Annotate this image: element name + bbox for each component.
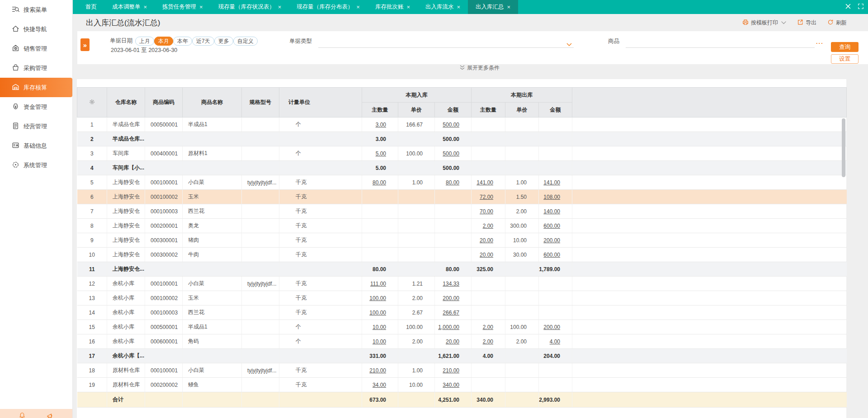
drill-down-link[interactable]: 100.00 <box>369 310 386 316</box>
search-button[interactable]: 查询 <box>831 42 859 52</box>
drill-down-link[interactable]: 2.00 <box>483 223 493 229</box>
table-row[interactable]: 18原材料仓库000100001小白菜tyjyjtyjtyjdf...千克210… <box>77 363 847 378</box>
drill-down-link[interactable]: 600.00 <box>543 223 560 229</box>
collapse-filter-button[interactable]: » <box>80 38 90 51</box>
table-row[interactable]: 6上海静安仓000100002玉米千克72.001.50108.00 <box>77 190 847 204</box>
sidebar-item-采购管理[interactable]: 采购管理 <box>0 58 72 78</box>
date-range-value[interactable]: 2023-06-01 至 2023-06-30 <box>111 47 258 54</box>
drill-down-link[interactable]: 34.00 <box>373 382 386 388</box>
drill-down-link[interactable]: 70.00 <box>480 208 493 215</box>
drill-down-link[interactable]: 72.00 <box>480 194 493 200</box>
table-row[interactable]: 9上海静安仓000300001猪肉千克20.0010.00200.00 <box>77 233 847 248</box>
tab-close-icon[interactable]: × <box>278 4 282 10</box>
table-row[interactable]: 1半成品仓库000500001半成品1个3.00166.67500.00 <box>77 117 847 132</box>
fullscreen-icon[interactable] <box>858 4 863 10</box>
drill-down-link[interactable]: 3.00 <box>376 122 386 128</box>
drill-down-link[interactable]: 200.00 <box>543 324 560 330</box>
sidebar-item-经营管理[interactable]: 经营管理 <box>0 117 72 136</box>
table-row[interactable]: 12余杭小库000100001小白菜tyjyjtyjtyjdf...千克111.… <box>77 277 847 291</box>
tab-现存量（库存分布表）[interactable]: 现存量（库存分布表）× <box>289 0 368 14</box>
drill-down-link[interactable]: 200.00 <box>543 237 560 244</box>
drill-down-link[interactable]: 4.00 <box>550 338 560 345</box>
table-row[interactable]: 19原材料仓库000200002鳗鱼千克34.0010.00340.00 <box>77 378 847 392</box>
drill-down-link[interactable]: 500.00 <box>443 150 459 157</box>
table-row[interactable]: 15余杭小库000500001半成品1个10.00100.001,000.002… <box>77 320 847 334</box>
sidebar-item-资金管理[interactable]: 资金管理 <box>0 97 72 117</box>
tab-close-icon[interactable]: × <box>507 4 511 10</box>
date-pill-本年[interactable]: 本年 <box>173 37 192 46</box>
drill-down-link[interactable]: 134.33 <box>443 281 459 287</box>
sidebar-item-库存核算[interactable]: 库存核算 <box>0 78 72 97</box>
sidebar-item-搜索菜单[interactable]: 搜索菜单 <box>0 0 72 19</box>
tab-拣货任务管理[interactable]: 拣货任务管理× <box>155 0 211 14</box>
drill-down-link[interactable]: 80.00 <box>373 179 386 186</box>
drill-down-link[interactable]: 210.00 <box>443 367 459 374</box>
tab-首页[interactable]: 首页 <box>78 0 104 14</box>
table-row[interactable]: 5上海静安仓000100001小白菜tyjyjtyjtyjdf...千克80.0… <box>77 175 847 190</box>
date-pill-近7天[interactable]: 近7天 <box>192 37 214 46</box>
tab-close-icon[interactable]: × <box>199 4 203 10</box>
drill-down-link[interactable]: 108.00 <box>543 194 560 200</box>
subtotal-row[interactable]: 17余杭小库【...331.001,621.004.00204.00 <box>77 349 847 363</box>
table-row[interactable]: 10上海静安仓000300002牛肉千克20.0030.00600.00 <box>77 248 847 262</box>
tab-出入库汇总[interactable]: 出入库汇总× <box>468 0 518 14</box>
sidebar-item-基础信息[interactable]: 基础信息 <box>0 136 72 155</box>
sidebar-item-系统管理[interactable]: 系统管理 <box>0 155 72 175</box>
date-pill-本月[interactable]: 本月 <box>154 37 173 46</box>
settings-button[interactable]: 设置 <box>831 54 859 64</box>
table-row[interactable]: 8上海静安仓000200001奥龙千克2.00300.00600.00 <box>77 219 847 233</box>
drill-down-link[interactable]: 80.00 <box>446 179 459 186</box>
megaphone-icon[interactable] <box>47 412 54 418</box>
drill-down-link[interactable]: 340.00 <box>443 382 459 388</box>
drill-down-link[interactable]: 141.00 <box>543 179 560 186</box>
tab-close-icon[interactable]: × <box>406 4 410 10</box>
drill-down-link[interactable]: 10.00 <box>373 338 386 345</box>
date-pill-更多[interactable]: 更多 <box>214 37 233 46</box>
column-settings-icon[interactable] <box>77 88 107 117</box>
expand-more-conditions[interactable]: 展开更多条件 <box>452 64 507 72</box>
drill-down-link[interactable]: 2.00 <box>483 324 493 330</box>
table-row[interactable]: 14余杭小库000100003西兰花千克100.002.67266.67 <box>77 305 847 320</box>
date-pill-上月[interactable]: 上月 <box>135 37 154 46</box>
drill-down-link[interactable]: 210.00 <box>369 367 386 374</box>
drill-down-link[interactable]: 5.00 <box>376 150 386 157</box>
table-row[interactable]: 3车间库000400001原材料1个5.00100.00500.00 <box>77 146 847 161</box>
drill-down-link[interactable]: 20.00 <box>480 237 493 244</box>
drill-down-link[interactable]: 266.67 <box>443 310 459 316</box>
drill-down-link[interactable]: 1,000.00 <box>438 324 459 330</box>
tab-close-icon[interactable]: × <box>457 4 460 10</box>
drill-down-link[interactable]: 10.00 <box>373 324 386 330</box>
drill-down-link[interactable]: 100.00 <box>369 295 386 301</box>
drill-down-link[interactable]: 200.00 <box>443 295 459 301</box>
vertical-scrollbar-thumb[interactable] <box>842 118 845 177</box>
subtotal-row[interactable]: 2半成品仓库...3.00500.00 <box>77 132 847 146</box>
drill-down-link[interactable]: 600.00 <box>543 252 560 258</box>
tab-出入库流水[interactable]: 出入库流水× <box>418 0 468 14</box>
refresh-button[interactable]: 刷新 <box>827 19 847 27</box>
print-by-template-button[interactable]: 按模板打印 <box>742 19 786 27</box>
drill-down-link[interactable]: 500.00 <box>443 122 459 128</box>
product-more-button[interactable]: ... <box>816 38 824 45</box>
drill-down-link[interactable]: 141.00 <box>476 179 493 186</box>
table-row[interactable]: 7上海静安仓000100003西兰花千克70.002.00140.00 <box>77 204 847 219</box>
bell-icon[interactable] <box>19 412 25 418</box>
sidebar-item-快捷导航[interactable]: 快捷导航 <box>0 19 72 39</box>
date-pill-自定义[interactable]: 自定义 <box>233 37 258 46</box>
tab-成本调整单[interactable]: 成本调整单× <box>104 0 155 14</box>
tab-close-icon[interactable]: × <box>144 4 147 10</box>
drill-down-link[interactable]: 20.00 <box>480 252 493 258</box>
doc-type-select[interactable] <box>318 38 574 48</box>
table-row[interactable]: 16余杭小库000600001角码个10.002.0020.002.002.00… <box>77 334 847 349</box>
drill-down-link[interactable]: 111.00 <box>370 281 386 287</box>
product-input[interactable] <box>626 38 815 48</box>
table-row[interactable]: 13余杭小库000100002玉米千克100.002.00200.00 <box>77 291 847 305</box>
drill-down-link[interactable]: 20.00 <box>446 338 459 345</box>
subtotal-row[interactable]: 11上海静安仓...80.0080.00325.001,789.00 <box>77 262 847 277</box>
tab-库存批次账[interactable]: 库存批次账× <box>368 0 418 14</box>
export-button[interactable]: 导出 <box>797 19 816 27</box>
sidebar-item-销售管理[interactable]: 销售管理 <box>0 39 72 58</box>
drill-down-link[interactable]: 140.00 <box>543 208 560 215</box>
tab-现存量（库存状况表）[interactable]: 现存量（库存状况表）× <box>211 0 289 14</box>
close-window-icon[interactable] <box>845 4 851 10</box>
tab-close-icon[interactable]: × <box>356 4 360 10</box>
